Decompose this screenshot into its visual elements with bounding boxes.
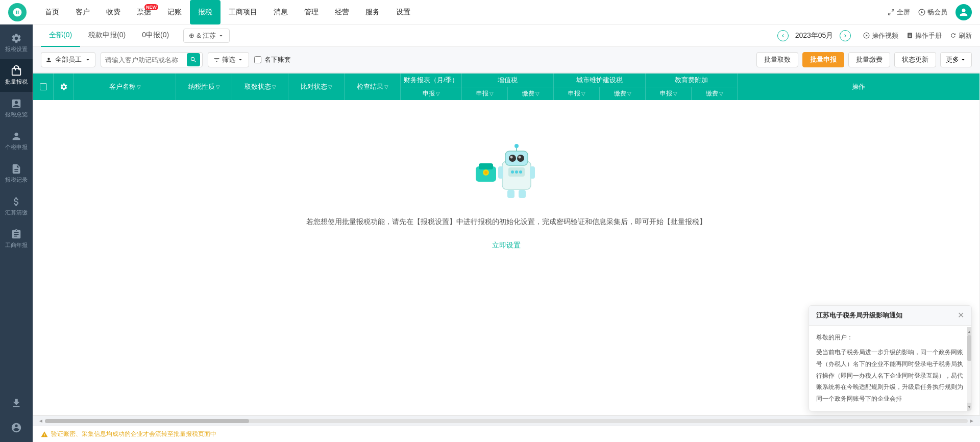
more-btn[interactable]: 更多: [940, 52, 972, 67]
filter-tax-type-icon[interactable]: ▽: [216, 84, 220, 90]
nav-item-settings[interactable]: 设置: [388, 0, 419, 24]
th-gear[interactable]: [54, 73, 74, 100]
filter-city-pay-icon[interactable]: ▽: [627, 91, 631, 96]
staff-selector[interactable]: 全部员工: [41, 52, 95, 67]
svg-line-1: [889, 13, 891, 15]
notification-header: 江苏电子税务局升级影响通知 ✕: [809, 306, 971, 326]
sidebar-item-annual-report[interactable]: 工商年报: [0, 223, 33, 255]
th-operation: 操作: [738, 73, 979, 100]
fullscreen-btn[interactable]: 全屏: [888, 8, 910, 17]
batch-pay-btn[interactable]: 批量缴费: [848, 52, 890, 67]
member-btn[interactable]: 畅会员: [918, 8, 947, 17]
filter-vat-declare-icon[interactable]: ▽: [489, 91, 494, 96]
nav-item-customer[interactable]: 客户: [67, 0, 98, 24]
tab-zero[interactable]: 0申报(0): [134, 24, 177, 47]
sidebar-item-personal-tax[interactable]: 个税申报: [0, 125, 33, 157]
svg-rect-20: [498, 166, 503, 179]
filter-name-icon[interactable]: ▽: [137, 84, 141, 90]
sidebar-user-btn[interactable]: [0, 415, 33, 440]
tab-declare[interactable]: 税款申报(0): [80, 24, 134, 47]
refresh-action[interactable]: 刷新: [950, 31, 972, 40]
more-chevron-icon: [960, 57, 966, 63]
filter-city-declare-icon[interactable]: ▽: [581, 91, 585, 96]
nav-item-business[interactable]: 工商项目: [220, 0, 265, 24]
robot-illustration: [471, 141, 542, 202]
sidebar-item-settlement[interactable]: 汇算清缴: [0, 190, 33, 223]
play-icon: [918, 9, 925, 16]
sidebar-download-btn[interactable]: [0, 391, 33, 415]
nav-item-tax[interactable]: 报税: [190, 0, 220, 24]
avatar[interactable]: [955, 4, 972, 20]
notification-scrollbar: ▲ ▼: [967, 327, 971, 411]
sidebar-item-label: 批量报税: [5, 78, 28, 86]
sidebar-item-tax-summary[interactable]: 报税总览: [0, 92, 33, 125]
logo[interactable]: [8, 3, 27, 21]
video-action[interactable]: 操作视频: [863, 31, 898, 40]
table-header-row1: 客户名称 ▽ 纳税性质 ▽ 取数状态 ▽: [33, 73, 979, 100]
scroll-down-btn[interactable]: ▼: [967, 403, 971, 411]
nav-item-service[interactable]: 服务: [357, 0, 388, 24]
notification-close-btn[interactable]: ✕: [958, 311, 964, 320]
svg-rect-21: [530, 166, 535, 179]
circle-play-icon: [863, 32, 870, 39]
tab-all[interactable]: 全部(0): [41, 24, 80, 47]
svg-point-19: [514, 144, 519, 148]
filter-compare-icon[interactable]: ▽: [328, 84, 332, 90]
th-checkbox[interactable]: [33, 73, 54, 100]
name-checkbox[interactable]: [254, 56, 261, 63]
svg-rect-27: [519, 190, 526, 198]
scroll-track: [45, 419, 968, 423]
notification-title: 江苏电子税务局升级影响通知: [816, 311, 902, 320]
scroll-right-arrow[interactable]: ►: [968, 417, 976, 425]
chevron-down-icon: [218, 33, 224, 39]
th-name: 客户名称 ▽: [74, 73, 176, 100]
next-month-btn[interactable]: [840, 30, 851, 41]
scroll-left-arrow[interactable]: ◄: [37, 417, 45, 425]
checkbox-wrapper: 名下账套: [254, 55, 291, 64]
empty-state: 若您想使用批量报税功能，请先在【报税设置】中进行报税的初始化设置，完成密码验证和…: [33, 100, 979, 291]
sidebar-item-label: 工商年报: [5, 241, 28, 249]
manual-action[interactable]: 操作手册: [906, 31, 942, 40]
prev-month-btn[interactable]: [777, 30, 789, 41]
nav-item-accounting[interactable]: 记账: [159, 0, 190, 24]
scroll-thumb[interactable]: [45, 419, 249, 423]
nav-item-fee[interactable]: 收费: [98, 0, 129, 24]
setup-link[interactable]: 立即设置: [492, 241, 521, 250]
nav-item-management[interactable]: 管理: [296, 0, 327, 24]
sub-tabs-bar: 全部(0) 税款申报(0) 0申报(0) ⊕ & 江苏 2023年05月: [33, 24, 980, 47]
sidebar-item-batch-tax[interactable]: 批量报税: [0, 59, 33, 92]
filter-check-icon[interactable]: ▽: [384, 84, 388, 90]
select-all-checkbox[interactable]: [40, 83, 47, 90]
filter-btn[interactable]: 筛选: [208, 52, 249, 67]
filter-vat-pay-icon[interactable]: ▽: [535, 91, 540, 96]
svg-point-17: [519, 156, 521, 159]
filter-edu-declare-icon[interactable]: ▽: [673, 91, 677, 96]
status-update-btn[interactable]: 状态更新: [894, 52, 936, 67]
th-fetch-status: 取数状态 ▽: [232, 73, 288, 100]
filter-edu-pay-icon[interactable]: ▽: [719, 91, 723, 96]
sidebar-item-tax-records[interactable]: 报税记录: [0, 157, 33, 190]
sidebar-item-tax-settings[interactable]: 报税设置: [0, 27, 33, 59]
month-nav: 2023年05月: [777, 30, 851, 41]
filter-fetch-icon[interactable]: ▽: [272, 84, 276, 90]
nav-item-home[interactable]: 首页: [37, 0, 67, 24]
nav-item-operation[interactable]: 经营: [327, 0, 357, 24]
chevron-down-icon: [237, 57, 243, 63]
region-icon: ⊕: [189, 32, 194, 39]
nav-item-message[interactable]: 消息: [265, 0, 296, 24]
region-selector[interactable]: ⊕ & 江苏: [183, 29, 230, 43]
batch-declare-btn[interactable]: 批量申报: [802, 52, 844, 67]
warning-icon: [41, 431, 48, 438]
settlement-icon: [11, 196, 22, 207]
svg-marker-5: [866, 34, 867, 36]
batch-fetch-btn[interactable]: 批量取数: [756, 52, 798, 67]
refresh-icon: [950, 32, 957, 39]
dropdown-icon: [85, 57, 91, 63]
search-btn[interactable]: [187, 53, 200, 66]
search-input[interactable]: [103, 56, 185, 64]
scroll-up-btn[interactable]: ▲: [967, 327, 971, 335]
scrollbar-thumb[interactable]: [967, 335, 971, 361]
download-icon: [11, 398, 22, 409]
nav-item-invoice[interactable]: 票据 NEW: [129, 0, 159, 24]
filter-finance-icon[interactable]: ▽: [436, 91, 440, 96]
